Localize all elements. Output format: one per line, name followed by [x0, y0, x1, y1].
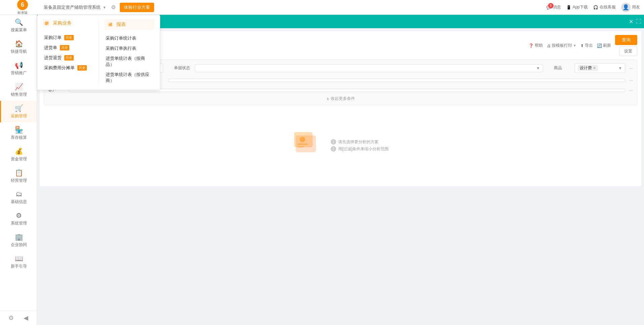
headset-icon: 🎧 — [593, 5, 598, 10]
sidebar-label-guide: 新手引导 — [11, 263, 27, 269]
set-button[interactable]: 设置 — [619, 46, 637, 56]
tab-close-all-icon[interactable]: ✕ — [629, 18, 633, 25]
empty-hint: 1 请先选择要分析的方案 2 用[过滤]条件来缩小分析范围 — [331, 139, 389, 152]
dropdown-item-purchase-order[interactable]: 采购订单 历史 — [43, 33, 93, 43]
goods-label: 商品 — [554, 65, 571, 71]
incoming-label: 进货单 — [44, 45, 57, 51]
system-icon: ⚙ — [16, 211, 22, 219]
status-control[interactable]: ▼ — [195, 64, 543, 72]
expense-history-badge: 历史 — [77, 65, 87, 71]
top-header: 6 标准版 装备及固定资产辅助管理系统 ▼ ⚙ 体验行业方案 💬 9 消息 📱 … — [0, 0, 644, 15]
sidebar-item-operation[interactable]: 📋 经营管理 — [0, 165, 37, 187]
sidebar-item-system[interactable]: ⚙ 系统管理 — [0, 208, 37, 230]
dropdown-item-return[interactable]: 进货退货 历史 — [43, 53, 93, 63]
sidebar-collapse-icon[interactable]: ◀ — [24, 314, 28, 322]
order-exec-label: 采购订单执行表 — [106, 45, 136, 51]
user-action[interactable]: 👤 用友 — [621, 3, 640, 12]
help-label: 帮助 — [535, 43, 543, 48]
refresh-action[interactable]: 🔄 刷新 — [597, 43, 611, 48]
sidebar-label-system: 系统管理 — [11, 220, 27, 226]
operation-icon: 📋 — [15, 169, 23, 177]
app-download-action[interactable]: 📱 App下载 — [566, 4, 588, 10]
customer-more-dots[interactable]: ··· — [629, 88, 633, 93]
refresh-icon: 🔄 — [597, 43, 602, 48]
user-label: 用友 — [632, 4, 640, 10]
header-right: 💬 9 消息 📱 App下载 🎧 在线客服 👤 用友 — [546, 3, 640, 12]
collapse-arrow-icon: ∧ — [326, 96, 329, 101]
sidebar-item-enterprise[interactable]: 🏢 企业协同 — [0, 230, 37, 251]
sidebar-label-purchase: 采购管理 — [11, 113, 27, 119]
incoming-history-badge: 历史 — [60, 45, 69, 50]
goods-control[interactable]: 设计费 ✕ ▼ — [575, 63, 625, 73]
goods-more-dots[interactable]: ··· — [629, 66, 633, 71]
online-service-action[interactable]: 🎧 在线客服 — [593, 4, 616, 10]
settings-icon[interactable]: ⚙ — [111, 4, 116, 10]
goods-tag: 设计费 ✕ — [578, 65, 598, 71]
status-dropdown-icon: ▼ — [536, 66, 540, 71]
return-label: 进货退货 — [44, 55, 62, 61]
purchase-business-title: 采购业务 — [53, 20, 72, 26]
dropdown-item-order-stats[interactable]: 采购订单统计表 — [104, 33, 155, 43]
system-title-text: 装备及固定资产辅助管理系统 — [44, 4, 101, 10]
search-icon: 🔍 — [15, 18, 23, 26]
print-dropdown-icon: ▼ — [573, 44, 576, 47]
sidebar-settings-icon[interactable]: ⚙ — [8, 314, 14, 322]
report-header-icon — [106, 21, 114, 29]
dropdown-item-incoming[interactable]: 进货单 历史 — [43, 43, 93, 53]
industry-btn[interactable]: 体验行业方案 — [120, 3, 154, 12]
sidebar-label-finance: 资金管理 — [11, 156, 27, 162]
empty-illustration — [292, 129, 323, 156]
salesman-more-dots[interactable]: ··· — [629, 78, 633, 83]
export-action[interactable]: ⬆ 导出 — [580, 43, 593, 48]
sidebar-item-basic[interactable]: 🗂 基础信息 — [0, 187, 37, 208]
dropdown-item-expense[interactable]: 采购费用分摊单 历史 — [43, 63, 93, 73]
sidebar-item-purchase[interactable]: 🛒 采购管理 — [0, 101, 37, 122]
print-icon: 🖨 — [547, 43, 551, 48]
sidebar-item-search[interactable]: 🔍 搜索菜单 — [0, 15, 37, 36]
query-button[interactable]: 查询 — [615, 35, 637, 45]
sidebar-item-guide[interactable]: 📖 新手引导 — [0, 251, 37, 273]
sidebar-bottom: ⚙ ◀ — [0, 311, 37, 325]
sidebar-item-sales[interactable]: 📈 销售管理 — [0, 79, 37, 101]
system-title-area: 装备及固定资产辅助管理系统 ▼ ⚙ — [44, 4, 116, 10]
goods-dropdown-icon: ▼ — [618, 66, 622, 71]
online-service-label: 在线客服 — [600, 4, 616, 10]
purchase-icon: 🛒 — [15, 104, 23, 112]
print-action[interactable]: 🖨 按模板打印 ▼ — [547, 43, 576, 48]
dropdown-item-incoming-by-supplier[interactable]: 进货单统计表（按供应商） — [104, 70, 155, 86]
sidebar-item-quick-nav[interactable]: 🏠 快捷导航 — [0, 36, 37, 58]
collapse-text: 收起更多条件 — [331, 96, 355, 101]
collapse-row[interactable]: ∧ 收起更多条件 — [48, 96, 633, 101]
system-dropdown-arrow[interactable]: ▼ — [103, 5, 106, 9]
purchase-order-history-badge: 历史 — [64, 35, 74, 40]
tab-expand-icon[interactable]: ⛶ — [636, 18, 641, 25]
svg-rect-3 — [297, 144, 308, 145]
expense-label: 采购费用分摊单 — [44, 65, 75, 71]
sidebar-label-basic: 基础信息 — [11, 199, 27, 205]
goods-tag-remove[interactable]: ✕ — [593, 66, 596, 70]
salesman-control[interactable] — [168, 79, 625, 82]
message-label: 消息 — [553, 4, 561, 10]
app-download-label: App下载 — [573, 4, 588, 10]
refresh-label: 刷新 — [603, 43, 611, 48]
sidebar-item-finance[interactable]: 💰 资金管理 — [0, 144, 37, 165]
dropdown-item-order-exec[interactable]: 采购订单执行表 — [104, 43, 155, 53]
sidebar-label-marketing: 营销推广 — [11, 70, 27, 76]
help-action[interactable]: ❓ 帮助 — [529, 43, 543, 48]
message-action[interactable]: 💬 9 消息 — [546, 4, 561, 10]
report-header: 报表 — [104, 19, 155, 30]
enterprise-icon: 🏢 — [15, 233, 23, 241]
purchase-dropdown-menu: 采购业务 采购订单 历史 进货单 历史 进货退货 历史 采购费用分摊单 历史 报… — [37, 15, 160, 90]
user-avatar: 👤 — [621, 3, 631, 12]
help-icon: ❓ — [529, 43, 534, 48]
home-icon: 🏠 — [15, 40, 23, 48]
status-label: 单据状态 — [174, 65, 191, 71]
dropdown-item-incoming-by-goods[interactable]: 进货单统计表（按商品） — [104, 53, 155, 70]
sidebar-item-inventory[interactable]: 🏪 库存核算 — [0, 122, 37, 144]
report-title: 报表 — [116, 22, 126, 28]
hint-num-1: 1 — [331, 139, 336, 145]
purchase-header-icon — [43, 19, 51, 27]
sales-icon: 📈 — [15, 83, 23, 91]
finance-icon: 💰 — [15, 147, 23, 155]
sidebar-item-marketing[interactable]: 📢 营销推广 — [0, 58, 37, 79]
